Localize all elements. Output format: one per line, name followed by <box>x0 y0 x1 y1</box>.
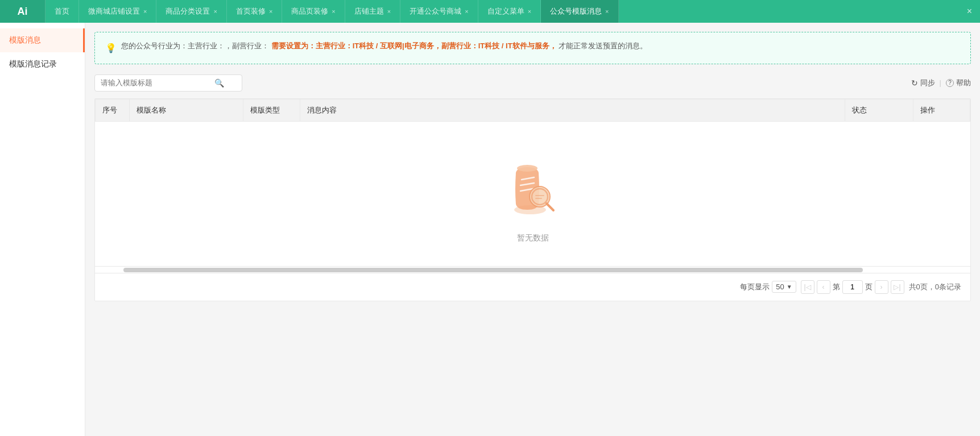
search-input[interactable] <box>101 78 214 87</box>
tab-open-mp-shop[interactable]: 开通公众号商城 × <box>400 0 478 23</box>
close-tab-home-decor[interactable]: × <box>269 8 272 15</box>
close-tab-custom-menu[interactable]: × <box>528 8 531 15</box>
empty-icon <box>499 156 567 224</box>
close-tab-product-decor[interactable]: × <box>332 8 335 15</box>
last-page-button[interactable]: ▷| <box>891 280 904 294</box>
col-status: 状态 <box>845 99 913 121</box>
main-layout: 模版消息 模版消息记录 💡 您的公众号行业为：主营行业：，副营行业： 需要设置为… <box>0 23 980 436</box>
notice-banner: 💡 您的公众号行业为：主营行业：，副营行业： 需要设置为：主营行业：IT科技 /… <box>94 32 971 64</box>
first-page-button[interactable]: |◁ <box>801 280 814 294</box>
app-logo: Ai <box>0 0 46 23</box>
table-header-row: 序号 模版名称 模版类型 消息内容 状态 操作 <box>96 99 970 121</box>
first-page-icon: |◁ <box>804 283 811 291</box>
horizontal-scrollbar[interactable] <box>95 266 970 273</box>
sidebar-item-template-msg[interactable]: 模版消息 <box>0 28 85 52</box>
notice-text: 您的公众号行业为：主营行业：，副营行业： 需要设置为：主营行业：IT科技 / 互… <box>121 40 647 52</box>
tab-home[interactable]: 首页 <box>46 0 79 23</box>
tab-weshop-settings[interactable]: 微商城店铺设置 × <box>79 0 156 23</box>
empty-text: 暂无数据 <box>96 233 970 243</box>
page-label-prefix: 第 <box>833 282 840 292</box>
help-button[interactable]: ? 帮助 <box>946 78 971 88</box>
tab-category-settings[interactable]: 商品分类设置 × <box>156 0 226 23</box>
tab-shop-theme[interactable]: 店铺主题 × <box>345 0 400 23</box>
col-index: 序号 <box>96 99 130 121</box>
col-type: 模版类型 <box>243 99 300 121</box>
close-tab-shop-theme[interactable]: × <box>387 8 391 15</box>
tab-product-decor[interactable]: 商品页装修 × <box>282 0 345 23</box>
page-label-suffix: 页 <box>865 282 873 292</box>
last-page-icon: ▷| <box>894 283 900 291</box>
search-input-wrap: 🔍 <box>94 74 242 92</box>
svg-point-4 <box>517 165 537 172</box>
prev-page-button[interactable]: ‹ <box>817 280 830 294</box>
page-size-dropdown[interactable]: 50 ▼ <box>772 281 796 293</box>
page-nav: |◁ ‹ 第 页 › ▷| <box>801 280 904 294</box>
page-size-value: 50 <box>776 283 784 291</box>
col-action: 操作 <box>913 99 970 121</box>
chevron-down-icon: ▼ <box>787 284 792 290</box>
empty-state-row: 暂无数据 <box>96 121 970 266</box>
search-icon[interactable]: 🔍 <box>214 78 224 88</box>
col-name: 模版名称 <box>130 99 243 121</box>
pagination: 每页显示 50 ▼ |◁ ‹ 第 页 <box>95 273 970 301</box>
next-page-button[interactable]: › <box>875 280 888 294</box>
page-size-select: 每页显示 50 ▼ <box>740 281 796 293</box>
search-bar: 🔍 ↻ 同步 | ? 帮助 <box>94 74 971 92</box>
scrollbar-thumb[interactable] <box>123 268 863 272</box>
notice-highlight: 需要设置为：主营行业：IT科技 / 互联网|电子商务，副营行业：IT科技 / I… <box>271 41 557 50</box>
page-total: 共0页，0条记录 <box>909 282 961 292</box>
data-table-wrapper: 序号 模版名称 模版类型 消息内容 状态 操作 <box>94 98 971 301</box>
search-actions: ↻ 同步 | ? 帮助 <box>911 78 971 88</box>
page-number-input[interactable] <box>842 280 863 294</box>
tab-custom-menu[interactable]: 自定义菜单 × <box>478 0 541 23</box>
content-area: 💡 您的公众号行业为：主营行业：，副营行业： 需要设置为：主营行业：IT科技 /… <box>85 23 980 436</box>
svg-line-7 <box>547 204 553 210</box>
prev-page-icon: ‹ <box>822 283 825 291</box>
sync-button[interactable]: ↻ 同步 <box>911 78 935 88</box>
sidebar: 模版消息 模版消息记录 <box>0 23 85 436</box>
close-tab-weshop-settings[interactable]: × <box>143 8 147 15</box>
close-all-tabs[interactable]: × <box>959 6 980 16</box>
data-table: 序号 模版名称 模版类型 消息内容 状态 操作 <box>95 99 970 266</box>
divider: | <box>940 78 941 87</box>
tab-home-decor[interactable]: 首页装修 × <box>227 0 282 23</box>
notice-icon: 💡 <box>105 41 117 56</box>
next-page-icon: › <box>880 283 883 291</box>
tab-mp-template-msg[interactable]: 公众号模版消息 × <box>541 0 618 23</box>
close-tab-open-mp-shop[interactable]: × <box>465 8 468 15</box>
page-size-label: 每页显示 <box>740 282 770 292</box>
tab-bar: Ai 首页 微商城店铺设置 × 商品分类设置 × 首页装修 × 商品页装修 × … <box>0 0 980 23</box>
help-icon: ? <box>946 79 954 87</box>
sync-icon: ↻ <box>911 78 918 88</box>
sidebar-item-template-msg-log[interactable]: 模版消息记录 <box>0 52 85 76</box>
empty-state: 暂无数据 <box>96 122 970 266</box>
close-tab-mp-template-msg[interactable]: × <box>605 8 609 15</box>
close-tab-category-settings[interactable]: × <box>213 8 217 15</box>
col-content: 消息内容 <box>300 99 845 121</box>
